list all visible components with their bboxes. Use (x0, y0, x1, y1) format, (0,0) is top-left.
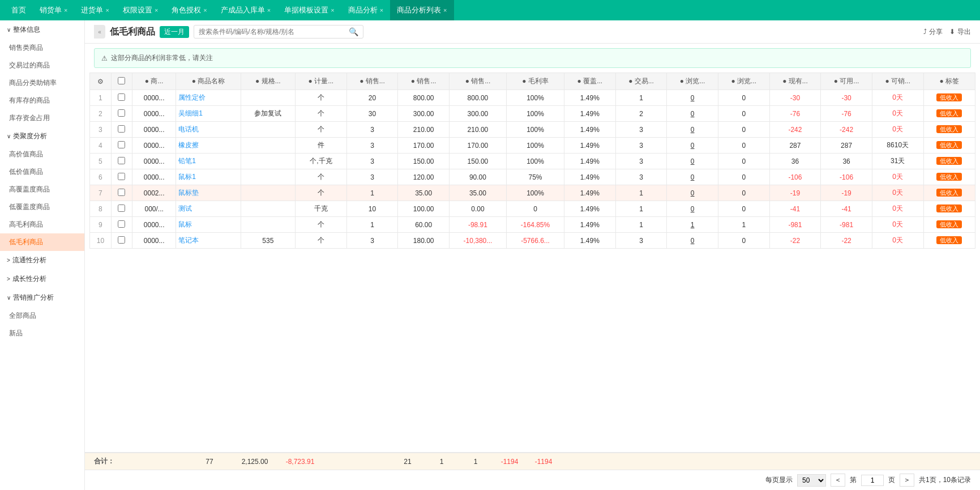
col-code[interactable]: ● 商... (132, 73, 176, 90)
row-browse1[interactable]: 0 (667, 90, 718, 106)
nav-product-analysis-list[interactable]: 商品分析列表 × (390, 0, 453, 20)
nav-sales-order[interactable]: 销货单 × (33, 0, 74, 20)
row-select-checkbox[interactable] (118, 125, 125, 133)
search-input[interactable] (199, 28, 349, 36)
col-saleable[interactable]: ● 可销... (872, 73, 923, 90)
sidebar-item-new-products[interactable]: 新品 (0, 325, 84, 342)
row-checkbox[interactable] (111, 217, 132, 233)
nav-role-auth[interactable]: 角色授权 × (165, 0, 213, 20)
page-size-select[interactable]: 50 100 200 (797, 474, 826, 487)
row-browse1[interactable]: 0 (667, 201, 718, 217)
row-checkbox[interactable] (111, 154, 132, 169)
row-name[interactable]: 鼠标1 (176, 169, 241, 185)
nav-close-analysis[interactable]: × (380, 7, 383, 14)
sidebar-item-traded[interactable]: 交易过的商品 (0, 57, 84, 74)
nav-close-sales[interactable]: × (64, 7, 67, 14)
nav-close-analysis-list[interactable]: × (443, 7, 447, 14)
sidebar-item-all-products[interactable]: 全部商品 (0, 307, 84, 325)
col-coverage[interactable]: ● 覆盖... (564, 73, 616, 90)
sidebar-item-high-coverage[interactable]: 高覆盖度商品 (0, 181, 84, 198)
sidebar-item-stock-capital[interactable]: 库存资金占用 (0, 109, 84, 127)
row-name[interactable]: 鼠标 (176, 217, 241, 233)
nav-product-inbound[interactable]: 产成品入库单 × (214, 0, 277, 20)
nav-close-permission[interactable]: × (155, 7, 158, 14)
page-number-input[interactable] (861, 475, 884, 486)
nav-close-template[interactable]: × (331, 7, 334, 14)
row-name[interactable]: 测试 (176, 201, 241, 217)
row-browse1[interactable]: 0 (667, 233, 718, 249)
nav-close-role[interactable]: × (203, 7, 207, 14)
col-browse1[interactable]: ● 浏览... (667, 73, 718, 90)
row-name[interactable]: 吴细细1 (176, 106, 241, 122)
col-available[interactable]: ● 可用... (821, 73, 872, 90)
row-name[interactable]: 鼠标垫 (176, 185, 241, 201)
sidebar-group-overall[interactable]: ∨ 整体信息 (0, 20, 84, 39)
row-browse1[interactable]: 0 (667, 185, 718, 201)
col-name[interactable]: ● 商品名称 (176, 73, 241, 90)
search-icon[interactable]: 🔍 (349, 27, 358, 36)
sidebar-item-in-stock[interactable]: 有库存的商品 (0, 92, 84, 109)
row-select-checkbox[interactable] (118, 236, 125, 244)
sidebar-group-growth[interactable]: > 成长性分析 (0, 270, 84, 288)
nav-product-analysis[interactable]: 商品分析 × (341, 0, 390, 20)
sidebar-item-low-value[interactable]: 低价值商品 (0, 163, 84, 181)
row-name[interactable]: 属性定价 (176, 90, 241, 106)
col-current-stock[interactable]: ● 现有... (769, 73, 821, 90)
row-select-checkbox[interactable] (118, 204, 125, 212)
row-select-checkbox[interactable] (118, 157, 125, 164)
row-browse1[interactable]: 0 (667, 169, 718, 185)
row-checkbox[interactable] (111, 233, 132, 249)
sidebar-item-high-value[interactable]: 高价值商品 (0, 146, 84, 163)
sidebar-group-marketing[interactable]: ∨ 营销推广分析 (0, 288, 84, 307)
col-settings[interactable]: ⚙ (90, 73, 112, 90)
prev-page-button[interactable]: ＜ (831, 474, 845, 487)
sidebar-item-low-margin[interactable]: 低毛利商品 (0, 233, 84, 251)
filter-tag-button[interactable]: 近一月 (160, 26, 189, 38)
col-unit[interactable]: ● 计量... (296, 73, 347, 90)
row-browse1[interactable]: 0 (667, 138, 718, 154)
col-spec[interactable]: ● 规格... (241, 73, 295, 90)
col-gross-rate[interactable]: ● 毛利率 (506, 73, 564, 90)
row-name[interactable]: 笔记本 (176, 233, 241, 249)
col-sales-amount[interactable]: ● 销售... (449, 73, 506, 90)
row-select-checkbox[interactable] (118, 141, 125, 148)
col-transaction[interactable]: ● 交易... (615, 73, 667, 90)
nav-close-product[interactable]: × (267, 7, 271, 14)
next-page-button[interactable]: ＞ (900, 474, 914, 487)
row-checkbox[interactable] (111, 201, 132, 217)
row-checkbox[interactable] (111, 138, 132, 154)
row-checkbox[interactable] (111, 169, 132, 185)
sidebar-group-cluster[interactable]: ∨ 类聚度分析 (0, 127, 84, 146)
row-checkbox[interactable] (111, 90, 132, 106)
row-browse1[interactable]: 0 (667, 122, 718, 138)
col-tag[interactable]: ● 标签 (923, 73, 975, 90)
row-select-checkbox[interactable] (118, 189, 125, 196)
row-checkbox[interactable] (111, 106, 132, 122)
export-button[interactable]: ⬇ 导出 (949, 27, 971, 37)
row-browse1[interactable]: 0 (667, 154, 718, 169)
nav-purchase-order[interactable]: 进货单 × (74, 0, 115, 20)
row-select-checkbox[interactable] (118, 93, 125, 101)
row-browse1[interactable]: 1 (667, 217, 718, 233)
row-name[interactable]: 铅笔1 (176, 154, 241, 169)
row-name[interactable]: 橡皮擦 (176, 138, 241, 154)
row-select-checkbox[interactable] (118, 173, 125, 180)
row-checkbox[interactable] (111, 185, 132, 201)
sidebar-group-flow[interactable]: > 流通性分析 (0, 251, 84, 270)
col-sales-qty[interactable]: ● 销售... (346, 73, 398, 90)
row-checkbox[interactable] (111, 122, 132, 138)
nav-template-settings[interactable]: 单据模板设置 × (277, 0, 341, 20)
row-browse1[interactable]: 0 (667, 106, 718, 122)
sidebar-item-category-rate[interactable]: 商品分类助销率 (0, 74, 84, 92)
nav-home[interactable]: 首页 (5, 0, 33, 20)
sidebar-item-low-coverage[interactable]: 低覆盖度商品 (0, 198, 84, 216)
select-all-checkbox[interactable] (118, 77, 125, 84)
share-button[interactable]: ⤴ 分享 (923, 27, 943, 37)
col-checkbox[interactable] (111, 73, 132, 90)
col-sales-price[interactable]: ● 销售... (398, 73, 450, 90)
sidebar-collapse-button[interactable]: « (94, 25, 105, 39)
sidebar-item-sales-category[interactable]: 销售类商品 (0, 39, 84, 57)
sidebar-item-high-margin[interactable]: 高毛利商品 (0, 216, 84, 233)
col-browse2[interactable]: ● 浏览... (718, 73, 769, 90)
row-name[interactable]: 电话机 (176, 122, 241, 138)
